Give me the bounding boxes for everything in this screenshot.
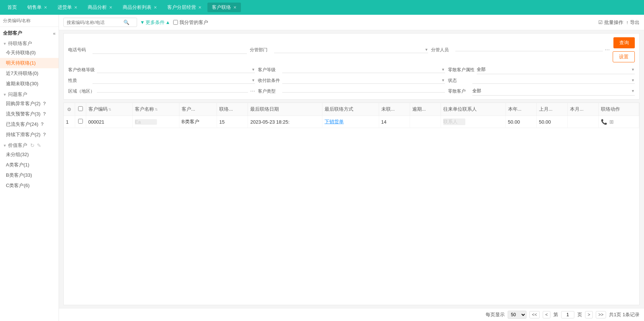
phone-input[interactable] — [92, 46, 247, 54]
checkbox-icon: ☑ — [598, 20, 603, 25]
sort-icon[interactable]: ⇅ — [108, 107, 111, 111]
sidebar-item-declining[interactable]: 持续下滑客户(2) ？ — [0, 130, 59, 140]
close-icon[interactable]: ✕ — [109, 5, 112, 10]
top-nav: 首页 销售单 ✕ 进货单 ✕ 商品分析 ✕ 商品分析列表 ✕ 客户分层经营 ✕ … — [0, 0, 644, 15]
close-icon[interactable]: ✕ — [44, 5, 47, 10]
manager-dots-btn[interactable]: ··· — [605, 46, 610, 53]
sidebar-item-churn-warning[interactable]: 流失预警客户(3) ？ — [0, 109, 59, 119]
sidebar-item-overdue-contact[interactable]: 逾期未联络(30) — [0, 79, 59, 89]
query-btn-group: 查询 设置 — [613, 37, 635, 62]
section-problem-customers[interactable]: 问题客户 — [0, 89, 59, 99]
filter-row-2: 客户价格等级 ▼ 客户等级 ▼ 零散客户属性 全部 — [68, 65, 635, 74]
sidebar-item-repurchase-abnormal[interactable]: 回购异常客户(2) ？ — [0, 99, 59, 109]
sidebar-item-today-contact[interactable]: 今天待联络(0) — [0, 48, 59, 58]
row-last-month: 50.00 — [536, 116, 567, 128]
close-icon[interactable]: ✕ — [74, 5, 77, 10]
nav-home[interactable]: 首页 — [3, 3, 21, 12]
collapse-icon[interactable]: « — [53, 31, 56, 36]
sort-icon[interactable]: ⇅ — [155, 107, 158, 111]
customer-grade-select[interactable]: ▼ — [282, 66, 445, 73]
filter-retail-attr: 零散客户属性 全部 ▼ — [448, 65, 635, 74]
row-unit-contact: 联系人 — [441, 116, 505, 128]
nav-purchase[interactable]: 进货单 ✕ — [53, 3, 82, 12]
nav-product-list[interactable]: 商品分析列表 ✕ — [118, 3, 161, 12]
next-page-btn[interactable]: > — [585, 311, 593, 318]
nav-sales[interactable]: 销售单 ✕ — [23, 3, 52, 12]
retail-attr-select[interactable]: 全部 ▼ — [477, 65, 635, 74]
set-button[interactable]: 设置 — [613, 51, 635, 62]
status-select[interactable]: ▼ — [472, 77, 635, 84]
retail-customer-select[interactable]: 全部 ▼ — [472, 87, 635, 96]
col-customer-name: 客户名称 ⇅ — [133, 103, 179, 116]
sidebar-item-a-class[interactable]: A类客户(1) — [0, 160, 59, 170]
col-last-contact-date: 最后联络日期 — [248, 103, 322, 116]
area-dots-btn[interactable]: ··· — [250, 88, 255, 94]
row-checkbox[interactable] — [78, 119, 83, 124]
row-code: 000021 — [86, 116, 133, 128]
filter-panel: 电话号码 分管部门 ▼ 分管人员 ··· 查询 设置 — [63, 33, 640, 100]
all-customers-title: 全部客户 « — [0, 27, 59, 38]
filter-icon: ▼ — [140, 20, 145, 25]
col-action: 联络动作 — [599, 103, 639, 116]
close-icon[interactable]: ✕ — [154, 5, 157, 10]
prev-page-btn[interactable]: < — [543, 311, 550, 318]
col-customer-type: 客户... — [179, 103, 217, 116]
section-value-customers[interactable]: 价值客户 ↻ ✎ — [0, 140, 59, 149]
filter-price-grade: 客户价格等级 ▼ — [68, 66, 255, 73]
row-this-month — [567, 116, 598, 128]
filter-customer-grade: 客户等级 ▼ — [258, 66, 445, 73]
content-area: 🔍 ▼ 更多条件 ▲ 我分管的客户 ☑ 批量操作 ↑ 导出 — [59, 15, 644, 321]
sidebar-search-input[interactable] — [3, 18, 58, 23]
sidebar-search-area: 🔍 — [0, 15, 59, 27]
col-this-month: 本月... — [567, 103, 598, 116]
row-actions: 📞 ⊞ — [599, 116, 639, 128]
toolbar-right: ☑ 批量操作 ↑ 导出 — [598, 19, 640, 26]
nav-customer-tier[interactable]: 客户分层经营 ✕ — [163, 3, 206, 12]
close-icon[interactable]: ✕ — [198, 5, 202, 10]
filter-status: 状态 ▼ — [448, 77, 635, 84]
query-button[interactable]: 查询 — [613, 37, 635, 48]
sidebar-item-7days-contact[interactable]: 近7天待联络(0) — [0, 68, 59, 79]
table-container: ⚙ 客户编码 ⇅ 客户名称 — [63, 103, 640, 305]
sidebar-item-ungrouped[interactable]: 未分组(32) — [0, 149, 59, 160]
row-last-contact-date: 2023-05-23 18:25: — [248, 116, 322, 128]
payment-select[interactable]: ▼ — [282, 77, 445, 84]
search-input[interactable] — [67, 20, 122, 25]
nav-customer-contact[interactable]: 客户联络 ✕ — [207, 3, 241, 12]
sidebar-item-b-class[interactable]: B类客户(33) — [0, 170, 59, 180]
gender-select[interactable]: ▼ — [92, 77, 255, 84]
my-customers-checkbox-area[interactable]: 我分管的客户 — [173, 19, 208, 26]
sidebar-item-tomorrow-contact[interactable]: 明天待联络(1) — [0, 58, 59, 68]
nav-product-analysis[interactable]: 商品分析 ✕ — [83, 3, 117, 12]
gear-icon[interactable]: ⚙ — [67, 107, 71, 112]
section-pending-contact[interactable]: 待联络客户 — [0, 38, 59, 48]
dept-select[interactable]: ▼ — [274, 46, 428, 53]
col-this-year: 本年... — [505, 103, 536, 116]
col-last-contact-method: 最后联络方式 — [322, 103, 379, 116]
more-conditions-btn[interactable]: ▼ 更多条件 ▲ — [140, 19, 170, 26]
search-box[interactable]: 🔍 — [63, 18, 137, 27]
grid-action-icon[interactable]: ⊞ — [609, 119, 614, 125]
batch-operation-btn[interactable]: ☑ 批量操作 — [598, 19, 623, 26]
col-unit-contact: 往来单位联系人 — [441, 103, 505, 116]
phone-action-icon[interactable]: 📞 — [601, 119, 607, 125]
search-icon[interactable]: 🔍 — [123, 20, 129, 25]
per-page-select[interactable]: 50 100 200 — [508, 311, 526, 319]
sidebar-item-churned[interactable]: 已流失客户(24) ？ — [0, 119, 59, 130]
row-checkbox-cell — [75, 116, 86, 128]
settings-col: ⚙ — [64, 103, 75, 116]
my-customers-checkbox[interactable] — [173, 20, 178, 25]
export-btn[interactable]: ↑ 导出 — [626, 19, 640, 26]
page-number-input[interactable] — [561, 311, 574, 318]
col-unlinked-days: 未联... — [379, 103, 410, 116]
close-icon[interactable]: ✕ — [233, 5, 237, 10]
select-all-checkbox[interactable] — [78, 106, 83, 111]
first-page-btn[interactable]: << — [529, 311, 540, 318]
sidebar-item-c-class[interactable]: C类客户(6) — [0, 180, 59, 191]
contact-method-link[interactable]: 下销货单 — [325, 119, 344, 124]
col-last-month: 上月... — [536, 103, 567, 116]
toolbar: 🔍 ▼ 更多条件 ▲ 我分管的客户 ☑ 批量操作 ↑ 导出 — [59, 15, 644, 30]
price-grade-select[interactable]: ▼ — [97, 66, 255, 73]
sidebar: 🔍 全部客户 « 待联络客户 今天待联络(0) 明天待联络(1) 近7天待联络(… — [0, 15, 59, 321]
last-page-btn[interactable]: >> — [596, 311, 606, 318]
